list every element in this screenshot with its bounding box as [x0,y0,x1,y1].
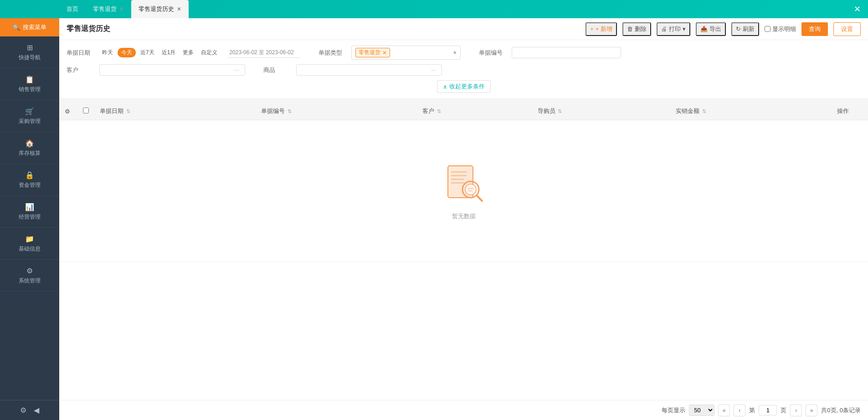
refresh-icon: ↻ [736,26,741,32]
svg-rect-2 [451,175,467,176]
quick-nav-icon: ⊞ [25,43,34,52]
finance-icon: 🔒 [25,170,34,179]
tab-retail-return-history[interactable]: 零售退货历史 ✕ [131,0,189,18]
type-filter-select[interactable]: 零售退货 ✕ ▾ [351,46,461,60]
sidebar-item-sys-mgmt[interactable]: ⚙ 系统管理 [0,260,59,292]
th-order-no[interactable]: 单据编号 ⇅ [256,102,417,120]
page-title: 零售退货历史 [67,24,110,34]
customer-label: 客户 [67,66,92,74]
sidebar-item-purchase-mgmt[interactable]: 🛒 采购管理 [0,100,59,132]
sidebar-search-label: 搜索菜单 [23,23,46,31]
sidebar-search[interactable]: 🔍 搜索菜单 [0,18,59,36]
th-date[interactable]: 单据日期 ⇅ [94,102,256,120]
close-window-icon[interactable]: ✕ [854,4,861,14]
sidebar-item-ops[interactable]: 📊 经营管理 [0,196,59,228]
goods-label: 商品 [263,66,289,74]
goods-select[interactable]: ··· [296,64,442,76]
sidebar-item-finance[interactable]: 🔒 资金管理 [0,164,59,196]
pagination-bar: 每页显示 50 20 100 200 « ‹ 第 页 › » 共0页, 0条记录 [59,400,868,420]
sidebar-item-label: 经营管理 [19,213,41,221]
sort-customer-icon: ⇅ [437,108,441,114]
date-btn-7days[interactable]: 近7天 [138,48,157,57]
print-icon: 🖨 [661,26,667,32]
close-retail-return-tab[interactable]: ✕ [119,6,124,12]
sort-date-icon: ⇅ [126,108,130,114]
print-chevron-icon: ▾ [683,26,686,32]
table-head: ⚙ 单据日期 ⇅ 单据编号 ⇅ 客户 [59,102,868,120]
page-size-select[interactable]: 50 20 100 200 [689,405,714,416]
query-button[interactable]: 查询 [801,22,828,36]
delete-icon: 🗑 [627,26,633,32]
refresh-button[interactable]: ↻ 刷新 [731,22,759,36]
delete-button[interactable]: 🗑 删除 [622,22,651,36]
page-next-button[interactable]: › [790,405,802,416]
type-filter-label: 单据类型 [318,49,344,57]
table-container: ⚙ 单据日期 ⇅ 单据编号 ⇅ 客户 [59,102,868,400]
sidebar-item-quick-nav[interactable]: ⊞ 快捷导航 [0,36,59,68]
sidebar-item-label: 库存核算 [19,149,41,157]
date-range-display[interactable]: 2023-06-02 至 2023-06-02 [227,48,300,58]
new-button[interactable]: + + 新增 [586,22,617,36]
sidebar-item-basic-info[interactable]: 📁 基础信息 [0,228,59,260]
export-button[interactable]: 📤 导出 [696,22,726,36]
sidebar-item-label: 资金管理 [19,181,41,189]
page-number-input[interactable] [759,405,777,415]
print-button[interactable]: 🖨 打印 ▾ [657,22,690,36]
th-customer[interactable]: 客户 ⇅ [417,102,532,120]
svg-rect-1 [451,171,467,173]
goods-ellipsis-icon[interactable]: ··· [429,67,438,73]
export-icon: 📤 [700,26,708,32]
total-label: 共0页, 0条记录 [821,406,861,415]
header-actions: + + 新增 🗑 删除 🖨 打印 ▾ 📤 导出 ↻ [586,22,861,36]
collapse-button[interactable]: ∧ 收起更多条件 [437,80,491,93]
date-btn-1month[interactable]: 近1月 [159,48,179,57]
sidebar-item-label: 销售管理 [19,86,41,93]
date-btn-more[interactable]: 更多 [180,48,196,57]
th-checkbox[interactable] [77,102,94,120]
purchase-icon: 🛒 [25,107,34,116]
page-first-button[interactable]: « [718,405,730,416]
top-bar: 首页 零售退货 ✕ 零售退货历史 ✕ ✕ [0,0,868,18]
sort-orderno-icon: ⇅ [288,108,292,114]
date-btn-custom[interactable]: 自定义 [198,48,220,57]
filter-area: 单据日期 昨天 今天 近7天 近1月 更多 自定义 2023-06-02 至 2… [59,40,868,99]
th-amount[interactable]: 实销金额 ⇅ [670,102,832,120]
empty-state: 暂无数据 [65,125,863,257]
select-chevron-icon: ▾ [453,49,457,56]
date-btn-today[interactable]: 今天 [118,48,136,57]
settings-button[interactable]: 设置 [833,22,861,36]
sidebar-item-sales-mgmt[interactable]: 📋 销售管理 [0,68,59,100]
collapse-row: ∧ 收起更多条件 [67,80,861,93]
order-no-input[interactable] [512,47,621,58]
date-quick-buttons: 昨天 今天 近7天 近1月 更多 自定义 [99,48,220,57]
customer-ellipsis-icon[interactable]: ··· [232,67,241,73]
settings-bottom-icon[interactable]: ⚙ [20,406,26,415]
sidebar-item-inventory[interactable]: 🏠 库存核算 [0,132,59,164]
date-btn-yesterday[interactable]: 昨天 [99,48,116,57]
type-tag-close-icon[interactable]: ✕ [382,50,387,56]
page-header: 零售退货历史 + + 新增 🗑 删除 🖨 打印 ▾ 📤 导出 [59,18,868,40]
empty-row: 暂无数据 [59,120,868,262]
tab-home[interactable]: 首页 [59,0,86,18]
select-all-checkbox[interactable] [83,108,89,113]
page-last-button[interactable]: » [806,405,817,416]
close-retail-return-history-tab[interactable]: ✕ [177,6,181,12]
th-settings[interactable]: ⚙ [59,102,77,120]
sort-amount-icon: ⇅ [702,108,706,114]
show-detail-checkbox[interactable] [765,26,770,32]
th-guide[interactable]: 导购员 ⇅ [532,102,670,120]
tab-retail-return[interactable]: 零售退货 ✕ [86,0,131,18]
page-size-label: 每页显示 [662,406,685,415]
sidebar-item-label: 快捷导航 [19,54,41,61]
page-word: 第 [749,406,755,415]
collapse-sidebar-icon[interactable]: ◀ [34,406,39,415]
empty-icon [441,161,487,207]
show-detail-checkbox-label[interactable]: 显示明细 [765,25,796,33]
svg-rect-4 [451,182,465,184]
customer-select[interactable]: ··· [99,64,245,76]
sidebar-item-label: 系统管理 [19,277,41,285]
svg-point-6 [465,184,476,195]
page-prev-button[interactable]: ‹ [734,405,745,416]
empty-text: 暂无数据 [452,212,476,220]
empty-state-cell: 暂无数据 [59,120,868,262]
